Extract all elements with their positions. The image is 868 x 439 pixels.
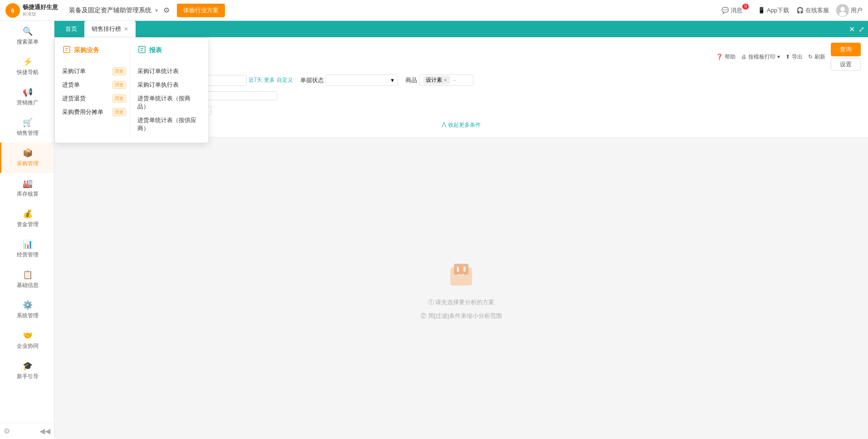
- help-button[interactable]: ❓ 帮助: [716, 43, 736, 71]
- notification-label: 消息: [731, 6, 742, 15]
- query-button[interactable]: 查询: [831, 43, 861, 56]
- app-download-label: App下载: [767, 6, 789, 15]
- user-item[interactable]: 用户: [836, 4, 863, 17]
- tab-sales-rank[interactable]: 销售排行榜 ✕: [84, 21, 136, 37]
- print-dropdown-icon[interactable]: ▾: [777, 54, 780, 60]
- menu-item-purchase-order-stat[interactable]: 采购订单统计表: [137, 64, 201, 78]
- header-center: 装备及固定资产辅助管理系统 ▾ ⚙ 体验行业方案: [60, 4, 722, 17]
- sidebar-item-inventory[interactable]: 🏭 库存核算: [0, 173, 54, 203]
- header-right: 💬 消息 9 📱 App下载 🎧 在线客服 用户: [722, 4, 863, 17]
- sidebar-item-guide[interactable]: 🎓 新手引导: [0, 355, 54, 386]
- basic-icon: 📋: [23, 270, 33, 280]
- svg-rect-8: [457, 266, 459, 271]
- print-button[interactable]: 🖨 按模板打印 ▾: [741, 43, 780, 71]
- goods-filter: 商品 设计素 ✕ ···: [405, 74, 473, 86]
- menu-item-purchase-order-exec[interactable]: 采购订单执行表: [137, 78, 201, 92]
- empty-hint-2: ② 用[过滤]条件来缩小分析范围: [420, 312, 502, 320]
- menu-item-purchase-order[interactable]: 采购订单 历史: [62, 64, 126, 78]
- empty-hint-1: ① 请先选择要分析的方案: [428, 298, 495, 306]
- menu-item-purchase-expense[interactable]: 采购费用分摊单 历史: [62, 105, 126, 119]
- inventory-icon: 🏭: [23, 178, 33, 188]
- sidebar-item-label: 采购管理: [17, 160, 39, 168]
- sidebar-item-marketing[interactable]: 📢 营销推广: [0, 82, 54, 112]
- sidebar-item-enterprise[interactable]: 🤝 企业协同: [0, 325, 54, 355]
- doc-status-dropdown-icon: ▾: [391, 77, 394, 84]
- svg-text:6: 6: [11, 8, 15, 14]
- tab-fullscreen-icon[interactable]: ⤢: [858, 25, 864, 34]
- trial-button[interactable]: 体验行业方案: [177, 4, 225, 17]
- menu-item-receipt-stat-goods[interactable]: 进货单统计表（按商品）: [137, 92, 201, 113]
- goods-more-icon[interactable]: ···: [452, 77, 456, 84]
- phone-icon: 📱: [758, 7, 765, 14]
- sidebar-item-basic[interactable]: 📋 基础信息: [0, 264, 54, 295]
- guide-icon: 🎓: [23, 361, 33, 371]
- sidebar-item-label: 快捷导航: [17, 69, 39, 76]
- export-label: 导出: [792, 53, 803, 61]
- tab-bar: 首页 销售排行榜 ✕ ✕ ⤢: [54, 21, 868, 37]
- goods-label: 商品: [405, 76, 417, 84]
- settings-gear-icon[interactable]: ⚙: [163, 6, 170, 15]
- logo-main-text: 畅捷通好生意: [23, 4, 58, 11]
- quick-nav-icon: ⚡: [23, 57, 33, 67]
- sidebar-item-operation[interactable]: 📊 经营管理: [0, 234, 54, 264]
- sidebar-collapse-icon[interactable]: ◀◀: [39, 427, 50, 435]
- date-shortcuts: 近7天 更多 自定义: [249, 76, 293, 84]
- menu-item-purchase-receipt[interactable]: 进货单 历史: [62, 78, 126, 92]
- sidebar-item-label: 库存核算: [17, 190, 39, 198]
- date-more[interactable]: 更多: [264, 76, 275, 84]
- goods-input[interactable]: 设计素 ✕ ···: [419, 74, 473, 86]
- sys-title: 装备及固定资产辅助管理系统: [69, 6, 151, 15]
- sidebar-item-sales[interactable]: 🛒 销售管理: [0, 112, 54, 143]
- sys-dropdown-icon[interactable]: ▾: [155, 7, 158, 14]
- refresh-button[interactable]: ↻ 刷新: [808, 43, 825, 71]
- print-label: 按模板打印: [748, 53, 775, 61]
- sidebar-item-search[interactable]: 🔍 搜索菜单: [0, 21, 54, 51]
- help-icon: ❓: [716, 54, 723, 60]
- tab-close-icon[interactable]: ✕: [124, 26, 128, 32]
- sidebar: 🔍 搜索菜单 ⚡ 快捷导航 📢 营销推广 🛒 销售管理 📦 采购管理 🏭 库存核…: [0, 21, 54, 439]
- date-custom[interactable]: 自定义: [277, 76, 293, 84]
- goods-tag-close-icon[interactable]: ✕: [444, 78, 447, 83]
- doc-status-label: 单据状态: [300, 76, 324, 84]
- report-section: 报表 采购订单统计表 采购订单执行表 进货单统计表（按商品） 进货单统计表（按供…: [130, 45, 201, 135]
- sidebar-item-quick-nav[interactable]: ⚡ 快捷导航: [0, 51, 54, 82]
- sales-icon: 🛒: [23, 118, 33, 128]
- operation-icon: 📊: [23, 239, 33, 249]
- logo-area: 6 畅捷通好生意 标准版: [5, 3, 60, 18]
- date-7days[interactable]: 近7天: [249, 76, 263, 84]
- tab-close-all-icon[interactable]: ✕: [849, 25, 855, 34]
- sidebar-item-label: 基础信息: [17, 281, 39, 289]
- user-avatar: [836, 4, 849, 17]
- doc-status-select[interactable]: ▾: [326, 74, 398, 86]
- collapse-text: 收起更多条件: [448, 121, 481, 129]
- notification-badge: 9: [742, 4, 749, 10]
- menu-item-receipt-stat-supplier[interactable]: 进货单统计表（按供应商）: [137, 113, 201, 135]
- sidebar-item-system[interactable]: ⚙️ 系统管理: [0, 295, 54, 325]
- sidebar-settings-icon[interactable]: ⚙: [4, 427, 10, 435]
- home-tab-label: 首页: [65, 25, 77, 33]
- purchase-section-icon: [62, 45, 71, 55]
- sidebar-item-finance[interactable]: 💰 资金管理: [0, 203, 54, 234]
- empty-illustration: [443, 256, 479, 293]
- svg-point-4: [839, 12, 846, 16]
- search-icon: 🔍: [23, 26, 33, 36]
- goods-tag: 设计素 ✕: [423, 76, 450, 84]
- report-section-title: 报表: [137, 45, 201, 59]
- refresh-label: 刷新: [814, 53, 825, 61]
- sidebar-item-label: 系统管理: [17, 312, 39, 320]
- report-section-icon: [137, 45, 146, 55]
- collapse-up-icon: ⋀: [442, 121, 446, 129]
- tab-home[interactable]: 首页: [58, 21, 84, 37]
- app-download-item[interactable]: 📱 App下载: [758, 6, 789, 15]
- sidebar-item-purchase[interactable]: 📦 采购管理: [0, 143, 54, 173]
- sidebar-bottom: ⚙ ◀◀: [0, 423, 54, 439]
- export-icon: ⬆: [785, 54, 790, 60]
- menu-item-purchase-return[interactable]: 进货退货 历史: [62, 92, 126, 105]
- system-icon: ⚙️: [23, 300, 33, 310]
- settings-button[interactable]: 设置: [831, 58, 861, 71]
- marketing-icon: 📢: [23, 87, 33, 97]
- logo-icon: 6: [5, 3, 20, 18]
- notification-item[interactable]: 💬 消息 9: [722, 6, 751, 15]
- export-button[interactable]: ⬆ 导出: [785, 43, 803, 71]
- online-service-item[interactable]: 🎧 在线客服: [796, 6, 829, 15]
